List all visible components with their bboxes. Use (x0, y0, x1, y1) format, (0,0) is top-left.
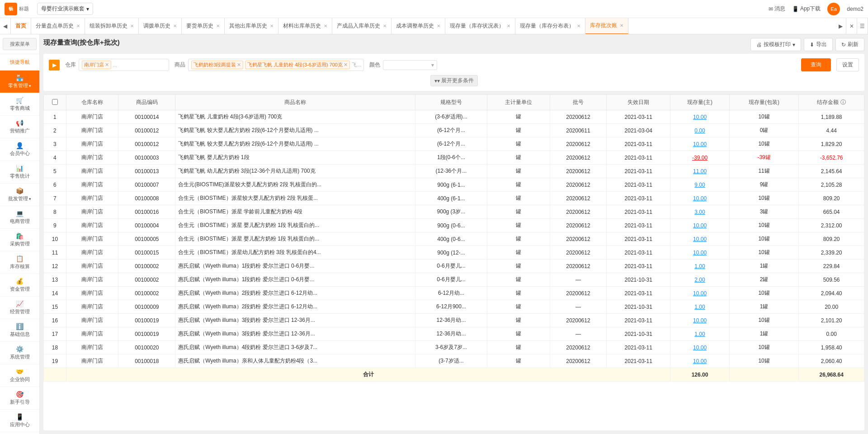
tab-item-1[interactable]: 分量盘点单历史✕ (31, 18, 85, 34)
select-all-checkbox[interactable] (52, 99, 58, 105)
tab-close-2[interactable]: ✕ (130, 24, 134, 28)
tab-nav-prev[interactable]: ◀ (0, 18, 11, 34)
tab-item-10[interactable]: 现存量（库存分布表）✕ (515, 18, 585, 34)
warehouse-tag-0[interactable]: 南岸门店 ✕ (82, 61, 111, 69)
sidebar-item-12[interactable]: ⚙️ 系统管理 (0, 342, 39, 364)
app-download-btn[interactable]: 📱 App下载 (792, 5, 821, 13)
sidebar-item-3[interactable]: 👤 会员中心 (0, 138, 39, 161)
org-selector[interactable]: 母婴行业演示账套 ▾ (37, 3, 93, 15)
td-no-18: 19 (44, 354, 66, 368)
tab-close-4[interactable]: ✕ (216, 24, 220, 28)
product-more[interactable]: 飞... (352, 61, 361, 68)
sidebar-item-1[interactable]: 🛒 零售商城 (0, 93, 39, 116)
product-tag-close-1[interactable]: ✕ (344, 62, 348, 68)
td-qty-main-16[interactable]: 1.00 (670, 327, 730, 341)
refresh-btn[interactable]: ↻ 刷新 (835, 38, 864, 51)
sidebar-item-11[interactable]: ℹ️ 基础信息 (0, 319, 39, 342)
td-spec-14: 6-12月900... (415, 300, 487, 314)
tab-close-5[interactable]: ✕ (270, 24, 274, 28)
td-spec-3: 1段(0-6个... (415, 151, 487, 165)
td-qty-main-14[interactable]: 1.00 (670, 300, 730, 314)
quick-nav-btn[interactable]: 快捷导航 (3, 57, 37, 67)
sidebar-item-2[interactable]: 📢 营销推广 (0, 116, 39, 138)
td-qty-main-0[interactable]: 10.00 (670, 110, 730, 124)
tab-item-6[interactable]: 材料出库单历史✕ (278, 18, 332, 34)
tab-item-0[interactable]: 首页 (11, 18, 31, 34)
product-tag-close-0[interactable]: ✕ (237, 62, 241, 68)
sidebar-item-4[interactable]: 📊 零售统计 (0, 161, 39, 184)
product-input[interactable]: 飞鹤奶粉3段两提装 ✕ 飞鹤星飞帆 儿童奶粉 4段(3-6岁适用) 700克 ✕… (188, 59, 364, 71)
tab-item-5[interactable]: 其他出库单历史✕ (225, 18, 278, 34)
td-qty-main-1[interactable]: 0.00 (670, 124, 730, 137)
td-qty-main-11[interactable]: 1.00 (670, 259, 730, 273)
td-qty-main-7[interactable]: 3.00 (670, 205, 730, 219)
sidebar-item-13[interactable]: 🤝 企业协同 (0, 364, 39, 387)
tab-item-11[interactable]: 库存批次账✕ (585, 18, 628, 34)
sidebar-item-10[interactable]: 📈 经营管理 (0, 297, 39, 319)
tab-close-8[interactable]: ✕ (437, 24, 440, 28)
export-btn[interactable]: ⬇ 导出 (804, 38, 833, 51)
td-qty-main-2[interactable]: 10.00 (670, 137, 730, 151)
message-btn[interactable]: ✉ 消息 (769, 5, 785, 13)
warehouse-more[interactable]: ... (113, 62, 117, 68)
color-filter-group: 颜色 ▾ (369, 60, 437, 70)
tab-close-11[interactable]: ✕ (620, 23, 623, 28)
tab-item-4[interactable]: 要货单历史✕ (182, 18, 225, 34)
td-qty-main-17[interactable]: 10.00 (670, 341, 730, 354)
color-input[interactable]: ▾ (383, 60, 437, 70)
tab-close-9[interactable]: ✕ (507, 24, 510, 28)
td-qty-main-15[interactable]: 10.00 (670, 314, 730, 327)
tab-nav-next[interactable]: ▶ (835, 18, 846, 34)
sidebar-item-8[interactable]: 📋 库存核算 (0, 251, 39, 274)
th-checkbox[interactable] (44, 95, 66, 110)
td-qty-main-5[interactable]: 9.00 (670, 178, 730, 192)
print-btn[interactable]: 🖨 按模板打印 ▾ (750, 38, 801, 51)
table-row: 18 南岸门店 00100020 惠氏启赋（Wyeth illuma）4段奶粉 … (44, 341, 864, 354)
tab-item-9[interactable]: 现存量（库存状况表）✕ (445, 18, 515, 34)
td-qty-main-13[interactable]: 10.00 (670, 287, 730, 300)
tab-close-3[interactable]: ✕ (173, 24, 177, 28)
td-qty-main-6[interactable]: 10.00 (670, 192, 730, 205)
tab-close-10[interactable]: ✕ (577, 24, 580, 28)
sidebar-item-16[interactable]: 💬 企业微信 (0, 432, 39, 434)
tab-item-8[interactable]: 成本调整单历史✕ (392, 18, 445, 34)
td-qty-main-9[interactable]: 10.00 (670, 232, 730, 246)
sidebar-item-0[interactable]: 🏪 零售管理 ▾ (0, 71, 39, 93)
sidebar-item-9[interactable]: 💰 资金管理 (0, 274, 39, 297)
td-batch-15: 20200612 (550, 314, 607, 327)
product-tag-1[interactable]: 飞鹤星飞帆 儿童奶粉 4段(3-6岁适用) 700克 ✕ (245, 61, 350, 69)
expand-btn[interactable]: ▾▾ 展开更多条件 (430, 75, 478, 86)
td-batch-12: — (550, 273, 607, 287)
tab-close-7[interactable]: ✕ (383, 24, 387, 28)
query-btn[interactable]: 查询 (801, 58, 831, 71)
filter-toggle-btn[interactable]: ▶ (49, 60, 60, 71)
settings-btn[interactable]: 设置 (836, 58, 859, 71)
tab-item-3[interactable]: 调拨单历史✕ (139, 18, 182, 34)
user-avatar[interactable]: Ea (827, 3, 840, 15)
product-tag-0[interactable]: 飞鹤奶粉3段两提装 ✕ (191, 61, 243, 69)
sidebar-item-14[interactable]: 🎯 新手引导 (0, 387, 39, 410)
tab-menu[interactable]: ☰ (857, 18, 868, 34)
sidebar-item-5[interactable]: 📦 批发管理 ▾ (0, 184, 39, 206)
warehouse-tag-close-0[interactable]: ✕ (105, 62, 109, 68)
warehouse-input[interactable]: 南岸门店 ✕ ... (79, 59, 169, 71)
search-menu-btn[interactable]: 搜索菜单 (3, 38, 37, 50)
td-qty-pkg-15: 10罐 (729, 314, 798, 327)
td-qty-main-10[interactable]: 10.00 (670, 246, 730, 259)
td-qty-main-4[interactable]: 11.00 (670, 165, 730, 178)
sidebar-item-6[interactable]: 💻 电商管理 (0, 206, 39, 229)
td-warehouse-3: 南岸门店 (66, 151, 118, 165)
td-qty-main-3[interactable]: -39.00 (670, 151, 730, 165)
sidebar-item-15[interactable]: 📱 应用中心 (0, 410, 39, 432)
expand-icon: ▾▾ (434, 78, 440, 84)
td-name-16: 惠氏启赋（Wyeth illuma）3段奶粉 爱尔兰进口 12-36月... (175, 327, 415, 341)
td-qty-main-12[interactable]: 2.00 (670, 273, 730, 287)
tab-item-7[interactable]: 产成品入库单历史✕ (332, 18, 392, 34)
td-qty-main-8[interactable]: 10.00 (670, 219, 730, 232)
sidebar-item-7[interactable]: 🛍️ 采购管理 (0, 229, 39, 251)
td-qty-main-18[interactable]: 10.00 (670, 354, 730, 368)
tab-close-6[interactable]: ✕ (324, 24, 327, 28)
tab-close-all[interactable]: ✕ (846, 18, 857, 34)
tab-close-1[interactable]: ✕ (76, 24, 80, 28)
tab-item-2[interactable]: 组装拆卸单历史✕ (85, 18, 139, 34)
